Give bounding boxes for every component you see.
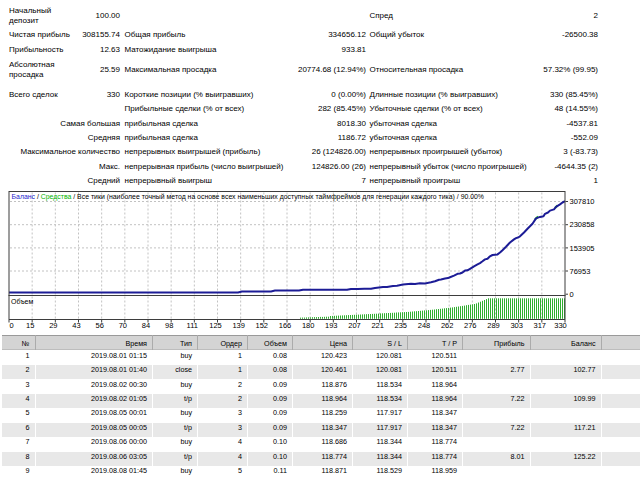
svg-text:330: 330	[554, 321, 567, 330]
svg-text:262: 262	[441, 321, 454, 330]
svg-text:84: 84	[142, 321, 150, 330]
svg-text:0: 0	[570, 290, 574, 299]
svg-text:153905: 153905	[570, 244, 595, 253]
svg-text:235: 235	[395, 321, 408, 330]
svg-text:317: 317	[534, 321, 547, 330]
svg-text:29: 29	[49, 321, 57, 330]
svg-text:152: 152	[256, 321, 269, 330]
svg-text:15: 15	[26, 321, 34, 330]
svg-text:56: 56	[96, 321, 104, 330]
svg-text:125: 125	[209, 321, 222, 330]
svg-text:43: 43	[72, 321, 80, 330]
svg-text:248: 248	[418, 321, 431, 330]
svg-text:207: 207	[348, 321, 361, 330]
svg-text:166: 166	[279, 321, 292, 330]
svg-text:276: 276	[464, 321, 477, 330]
svg-text:111: 111	[187, 321, 198, 330]
svg-text:307810: 307810	[570, 197, 595, 206]
svg-text:230858: 230858	[570, 220, 595, 229]
svg-text:289: 289	[487, 321, 500, 330]
svg-text:Объем: Объем	[11, 298, 33, 305]
svg-text:139: 139	[232, 321, 245, 330]
svg-text:303: 303	[510, 321, 523, 330]
svg-text:98: 98	[165, 321, 173, 330]
svg-text:Баланс / Средства / Все тики (: Баланс / Средства / Все тики (наиболее т…	[12, 193, 484, 201]
svg-text:0: 0	[10, 321, 14, 330]
svg-text:76953: 76953	[570, 267, 591, 276]
svg-text:180: 180	[302, 321, 315, 330]
svg-text:70: 70	[119, 321, 127, 330]
svg-text:193: 193	[325, 321, 338, 330]
svg-text:221: 221	[371, 321, 384, 330]
